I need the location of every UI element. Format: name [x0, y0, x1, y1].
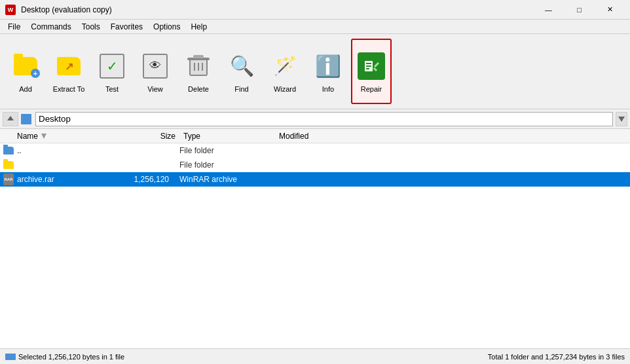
file-size: 1,256,120 [109, 175, 174, 184]
add-icon: + [10, 50, 41, 82]
file-name: .. [17, 146, 109, 155]
app-icon: W [5, 5, 16, 15]
repair-icon [356, 50, 387, 82]
find-icon: 🔍 [226, 50, 257, 82]
add-button[interactable]: + Add [5, 39, 46, 104]
address-dropdown-button[interactable] [616, 112, 627, 126]
status-selected-text: Selected 1,256,120 bytes in 1 file [18, 353, 124, 361]
find-button[interactable]: 🔍 Find [221, 39, 262, 104]
extract-icon: ↗ [53, 50, 84, 82]
menu-file[interactable]: File [3, 21, 26, 33]
file-type: WinRAR archive [174, 175, 272, 184]
test-label: Test [105, 85, 119, 93]
minimize-button[interactable]: — [534, 3, 563, 16]
menu-tools[interactable]: Tools [77, 21, 105, 33]
menu-help[interactable]: Help [185, 21, 212, 33]
file-name: archive.rar [17, 175, 109, 184]
list-item[interactable]: File folder [0, 158, 630, 172]
file-type: File folder [174, 160, 272, 170]
maximize-button[interactable]: □ [565, 3, 594, 16]
address-input[interactable] [35, 112, 613, 126]
window-controls: — □ ✕ [534, 3, 625, 16]
column-modified[interactable]: Modified [276, 130, 407, 142]
svg-rect-3 [366, 65, 371, 67]
delete-label: Delete [188, 85, 209, 93]
extract-button[interactable]: ↗ Extract To [48, 39, 89, 104]
delete-button[interactable]: Delete [178, 39, 219, 104]
status-icon [5, 354, 16, 360]
svg-marker-7 [7, 116, 14, 120]
view-label: View [147, 85, 163, 93]
main-content: Name Size Type Modified .. File folder F… [0, 129, 630, 348]
menu-commands[interactable]: Commands [26, 21, 76, 33]
status-right: Total 1 folder and 1,257,234 bytes in 3 … [488, 353, 625, 361]
test-button[interactable]: ✓ Test [92, 39, 132, 104]
svg-rect-4 [366, 68, 369, 69]
add-label: Add [19, 85, 32, 93]
title-bar-left: W Desktop (evaluation copy) [5, 5, 112, 15]
wizard-icon: 🪄 [269, 50, 301, 82]
title-bar: W Desktop (evaluation copy) — □ ✕ [0, 0, 630, 20]
repair-label: Repair [361, 85, 382, 93]
svg-marker-8 [618, 117, 625, 122]
info-label: Info [322, 85, 334, 93]
test-icon: ✓ [96, 50, 128, 82]
extract-label: Extract To [53, 85, 85, 93]
address-folder-icon [21, 114, 31, 124]
repair-button[interactable]: Repair [351, 39, 392, 104]
menu-favorites[interactable]: Favorites [105, 21, 148, 33]
file-type: File folder [174, 146, 272, 155]
svg-rect-2 [366, 63, 371, 64]
wizard-button[interactable]: 🪄 Wizard [265, 39, 305, 104]
column-name[interactable]: Name [14, 130, 113, 142]
navigate-up-button[interactable] [3, 112, 18, 126]
menu-options[interactable]: Options [148, 21, 185, 33]
address-bar [0, 109, 630, 129]
view-icon: 👁 [139, 50, 171, 82]
rar-icon: RAR [3, 173, 14, 185]
list-item[interactable]: RAR archive.rar 1,256,120 WinRAR archive [0, 172, 630, 187]
menu-bar: File Commands Tools Favorites Options He… [0, 20, 630, 34]
status-bar: Selected 1,256,120 bytes in 1 file Total… [0, 348, 630, 364]
window-title: Desktop (evaluation copy) [21, 5, 112, 14]
folder-up-icon [3, 145, 14, 156]
status-left: Selected 1,256,120 bytes in 1 file [5, 353, 124, 361]
wizard-label: Wizard [274, 85, 296, 93]
svg-marker-9 [41, 134, 46, 139]
column-size[interactable]: Size [113, 130, 178, 142]
info-icon: ℹ️ [312, 50, 344, 82]
info-button[interactable]: ℹ️ Info [308, 39, 348, 104]
file-list: .. File folder File folder RAR archive.r… [0, 143, 630, 348]
close-button[interactable]: ✕ [595, 3, 625, 16]
view-button[interactable]: 👁 View [135, 39, 176, 104]
file-list-header: Name Size Type Modified [0, 129, 630, 143]
column-type[interactable]: Type [178, 130, 276, 142]
folder-icon [3, 159, 14, 171]
list-item[interactable]: .. File folder [0, 143, 630, 158]
find-label: Find [234, 85, 248, 93]
delete-icon [183, 50, 214, 82]
toolbar: + Add ↗ Extract To ✓ Test 👁 View [0, 34, 630, 109]
